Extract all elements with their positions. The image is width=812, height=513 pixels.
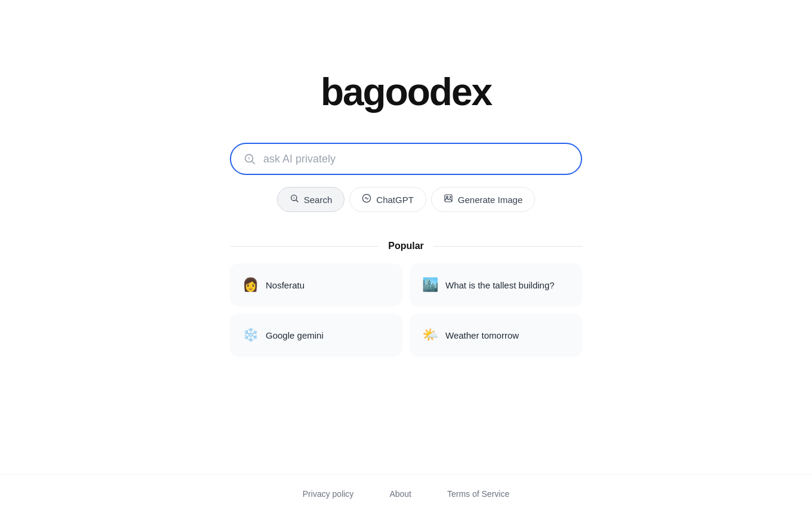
tallest-building-text: What is the tallest building?	[445, 280, 555, 290]
footer-terms[interactable]: Terms of Service	[447, 489, 509, 499]
tab-search[interactable]: Search	[277, 187, 345, 212]
popular-card-tallest-building[interactable]: 🏙️ What is the tallest building?	[410, 263, 582, 306]
search-tab-icon	[290, 193, 299, 205]
popular-title: Popular	[388, 241, 424, 251]
search-container	[230, 143, 582, 175]
popular-section: Popular 👩 Nosferatu 🏙️ What is the talle…	[230, 241, 582, 357]
action-tabs: Search ChatGPT Generate Image	[277, 187, 535, 212]
popular-card-weather-tomorrow[interactable]: 🌤️ Weather tomorrow	[410, 314, 582, 357]
tab-chatgpt-label: ChatGPT	[376, 195, 414, 205]
logo-container: bagoodex	[321, 70, 491, 114]
weather-tomorrow-emoji: 🌤️	[422, 327, 438, 343]
search-input-wrapper	[230, 143, 582, 175]
svg-point-5	[446, 196, 448, 198]
svg-line-3	[296, 200, 297, 202]
tab-generate-image[interactable]: Generate Image	[431, 187, 535, 212]
generate-image-tab-icon	[444, 193, 453, 205]
weather-tomorrow-text: Weather tomorrow	[445, 330, 519, 340]
chatgpt-tab-icon	[362, 193, 371, 205]
nosferatu-text: Nosferatu	[266, 280, 304, 290]
popular-grid: 👩 Nosferatu 🏙️ What is the tallest build…	[230, 263, 582, 357]
google-gemini-emoji: ❄️	[242, 327, 259, 343]
ai-search-icon	[243, 152, 256, 165]
tallest-building-emoji: 🏙️	[422, 277, 438, 293]
footer-about[interactable]: About	[389, 489, 411, 499]
popular-card-google-gemini[interactable]: ❄️ Google gemini	[230, 314, 402, 357]
nosferatu-emoji: 👩	[242, 277, 259, 293]
tab-generate-image-label: Generate Image	[458, 195, 522, 205]
footer: Privacy policy About Terms of Service	[0, 474, 812, 513]
svg-rect-4	[445, 195, 452, 202]
popular-card-nosferatu[interactable]: 👩 Nosferatu	[230, 263, 402, 306]
footer-privacy-policy[interactable]: Privacy policy	[303, 489, 354, 499]
main-content: bagoodex Search	[0, 0, 812, 474]
tab-search-label: Search	[304, 195, 333, 205]
logo: bagoodex	[321, 70, 491, 113]
google-gemini-text: Google gemini	[266, 330, 324, 340]
search-input[interactable]	[263, 153, 569, 165]
svg-line-1	[252, 161, 255, 164]
popular-divider: Popular	[230, 241, 582, 251]
tab-chatgpt[interactable]: ChatGPT	[349, 187, 426, 212]
